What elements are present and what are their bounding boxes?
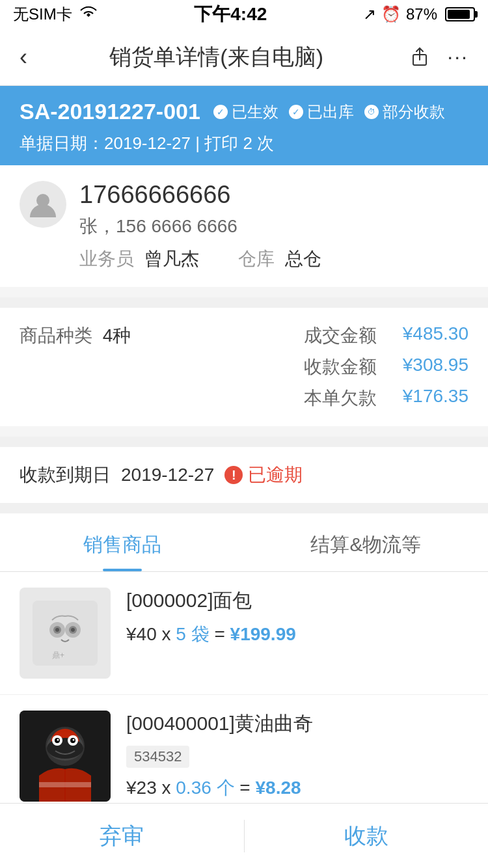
- debt-amount-row: 本单欠款 ¥176.35: [304, 386, 468, 411]
- product-name-1: [0000002]面包: [126, 588, 468, 614]
- order-header-row1: SA-20191227-001 ✓ 已生效 ✓ 已出库 ⏱ 部分收款: [20, 99, 468, 124]
- location-icon: ↗: [363, 5, 376, 23]
- product-image-1: 鼎+: [20, 588, 111, 679]
- tab-settlement[interactable]: 结算&物流等: [244, 513, 488, 571]
- order-print-count: 打印 2 次: [204, 133, 274, 153]
- price-base-1: ¥40: [126, 624, 157, 644]
- warehouse-meta: 仓库 总仓: [238, 247, 321, 271]
- avatar: [20, 181, 66, 228]
- status-partial-collect: ⏱ 部分收款: [364, 102, 445, 122]
- product-item-1: 鼎+ [0000002]面包 ¥40 x 5 袋 = ¥199.99: [0, 572, 488, 695]
- price-unit-2: 个: [217, 778, 235, 798]
- debt-label: 本单欠款: [304, 386, 377, 411]
- divider-1: [0, 297, 488, 308]
- status-right: ↗ ⏰ 87%: [363, 5, 475, 23]
- confirm-button[interactable]: 收款: [245, 804, 489, 868]
- debt-value: ¥176.35: [403, 386, 468, 411]
- product-details-2: [000400001]黄油曲奇 534532 ¥23 x 0.36 个 = ¥8…: [126, 711, 468, 802]
- page-title: 销货单详情(来自电脑): [109, 42, 323, 72]
- svg-point-7: [55, 628, 59, 632]
- svg-point-20: [73, 739, 75, 741]
- nav-bar: ‹ 销货单详情(来自电脑) ···: [0, 29, 488, 86]
- divider-2: [0, 437, 488, 447]
- overdue-badge: ! 已逾期: [224, 463, 303, 487]
- cancel-button[interactable]: 弃审: [0, 804, 244, 868]
- status-shipped: ✓ 已出库: [289, 102, 354, 122]
- customer-section: 17666666666 张，156 6666 6666 业务员 曾凡杰 仓库 总…: [0, 165, 488, 287]
- tabs: 销售商品 结算&物流等: [0, 513, 488, 572]
- collect-amount-row: 收款金额 ¥308.95: [304, 355, 468, 379]
- product-item-2: [000400001]黄油曲奇 534532 ¥23 x 0.36 个 = ¥8…: [0, 695, 488, 818]
- staff-name: 曾凡杰: [144, 247, 199, 271]
- nav-right: ···: [405, 43, 468, 72]
- svg-point-19: [57, 739, 59, 741]
- back-button[interactable]: ‹: [20, 44, 27, 71]
- product-type: 商品种类 4种: [20, 323, 131, 348]
- due-date-value: 2019-12-27: [121, 465, 214, 485]
- warehouse-name: 总仓: [285, 247, 321, 271]
- amount-stats: 成交金额 ¥485.30 收款金额 ¥308.95 本单欠款 ¥176.35: [304, 323, 468, 411]
- price-qty-1: 5: [176, 624, 186, 644]
- tab-settlement-label: 结算&物流等: [310, 534, 421, 555]
- more-button[interactable]: ···: [447, 45, 468, 69]
- tab-sales-products[interactable]: 销售商品: [0, 513, 244, 571]
- product-price-2: ¥23 x 0.36 个 = ¥8.28: [126, 776, 468, 800]
- order-header: SA-20191227-001 ✓ 已生效 ✓ 已出库 ⏱ 部分收款 单据日期：…: [0, 86, 488, 165]
- type-label: 商品种类: [20, 325, 92, 346]
- deal-amount-row: 成交金额 ¥485.30: [304, 323, 468, 348]
- price-base-2: ¥23: [126, 778, 157, 798]
- staff-meta: 业务员 曾凡杰: [79, 247, 199, 271]
- alarm-icon: ⏰: [381, 5, 401, 23]
- battery-percent: 87%: [406, 5, 437, 23]
- product-name-2: [000400001]黄油曲奇: [126, 711, 468, 737]
- tab-active-indicator: [103, 569, 142, 571]
- due-date-section: 收款到期日 2019-12-27 ! 已逾期: [0, 447, 488, 503]
- customer-info: 17666666666 张，156 6666 6666 业务员 曾凡杰 仓库 总…: [79, 181, 468, 271]
- bottom-bar: 弃审 收款: [0, 803, 488, 868]
- wifi-icon: [79, 5, 98, 23]
- due-date-label: 收款到期日: [20, 463, 111, 487]
- customer-meta: 业务员 曾凡杰 仓库 总仓: [79, 247, 468, 271]
- order-date: 单据日期：2019-12-27: [20, 133, 191, 153]
- status-time: 下午4:42: [194, 2, 267, 27]
- staff-label: 业务员: [79, 247, 134, 271]
- order-date-separator: |: [195, 133, 204, 153]
- product-list: 鼎+ [0000002]面包 ¥40 x 5 袋 = ¥199.99: [0, 572, 488, 818]
- check-icon-1: ✓: [213, 105, 228, 119]
- overdue-icon: !: [224, 466, 243, 484]
- tab-sales-label: 销售商品: [83, 534, 161, 555]
- customer-id: 17666666666: [79, 181, 468, 209]
- divider-3: [0, 503, 488, 513]
- customer-name-phone: 张，156 6666 6666: [79, 214, 468, 239]
- product-price-1: ¥40 x 5 袋 = ¥199.99: [126, 622, 468, 647]
- stats-section: 商品种类 4种 成交金额 ¥485.30 收款金额 ¥308.95 本单欠款 ¥…: [0, 308, 488, 426]
- product-sku-2: 534532: [126, 746, 189, 768]
- svg-text:鼎+: 鼎+: [52, 651, 64, 660]
- collect-value: ¥308.95: [403, 355, 468, 379]
- status-bar: 无SIM卡 下午4:42 ↗ ⏰ 87%: [0, 0, 488, 29]
- svg-rect-2: [33, 601, 98, 666]
- product-details-1: [0000002]面包 ¥40 x 5 袋 = ¥199.99: [126, 588, 468, 679]
- check-icon-2: ✓: [289, 105, 303, 119]
- share-button[interactable]: [405, 43, 434, 72]
- confirm-label: 收款: [344, 821, 388, 851]
- deal-label: 成交金额: [304, 323, 377, 348]
- cancel-label: 弃审: [100, 821, 144, 851]
- status-effective: ✓ 已生效: [213, 102, 278, 122]
- nav-left: ‹: [20, 44, 27, 71]
- deal-value: ¥485.30: [403, 323, 468, 348]
- status-tags: ✓ 已生效 ✓ 已出库 ⏱ 部分收款: [213, 102, 445, 122]
- svg-rect-22: [39, 782, 91, 787]
- price-total-1: ¥199.99: [230, 624, 296, 644]
- battery-icon: [445, 7, 475, 21]
- clock-icon: ⏱: [364, 105, 379, 119]
- overdue-text: 已逾期: [248, 463, 303, 487]
- status-left: 无SIM卡: [13, 4, 98, 25]
- collect-label: 收款金额: [304, 355, 377, 379]
- price-total-2: ¥8.28: [255, 778, 301, 798]
- warehouse-label: 仓库: [238, 247, 275, 271]
- order-id: SA-20191227-001: [20, 99, 200, 124]
- price-qty-2: 0.36: [176, 778, 211, 798]
- product-image-2: [20, 711, 111, 802]
- signal-text: 无SIM卡: [13, 4, 72, 25]
